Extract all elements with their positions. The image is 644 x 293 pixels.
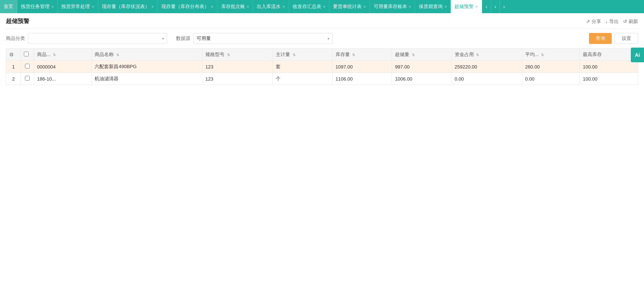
share-icon: ⇗ — [586, 19, 590, 24]
category-label: 商品分类 — [6, 35, 25, 42]
th-avg: 平均... ⇅ — [522, 49, 579, 61]
row-checkbox[interactable] — [25, 64, 30, 68]
close-icon[interactable]: × — [282, 4, 285, 9]
nav-label-flow: 出入库流水 — [257, 3, 281, 10]
th-spec-label: 规格型号 — [205, 52, 224, 57]
sort-icon[interactable]: ⇅ — [227, 53, 230, 57]
nav-item-batch[interactable]: 库存批次账 × — [217, 0, 253, 13]
nav-label-stock-dist: 现存量（库存分布表） — [161, 3, 209, 10]
nav-label-summary: 收发存汇总表 — [293, 3, 321, 10]
nav-label-task: 拣货任务管理 — [21, 3, 50, 10]
cell-check — [21, 73, 34, 85]
chevron-down-icon: ▾ — [162, 37, 164, 41]
cell-unit: 套 — [273, 61, 332, 73]
th-unit: 主计量 ⇅ — [273, 49, 332, 61]
cell-spec: 123 — [202, 73, 273, 85]
cell-product-code: 186-10... — [34, 73, 92, 85]
close-icon[interactable]: × — [475, 4, 477, 9]
close-icon[interactable]: × — [323, 4, 325, 9]
filter-actions: 查询 设置 — [589, 33, 638, 44]
cell-avg: 260.00 — [522, 61, 579, 73]
top-navigation: 首页 拣货任务管理 × 拣货异常处理 × 现存量（库存状况表） × 现存量（库存… — [0, 0, 644, 13]
nav-next-button[interactable]: › — [491, 0, 500, 13]
nav-prev-button[interactable]: ‹ — [482, 0, 491, 13]
datasource-label: 数据源 — [176, 35, 190, 42]
close-icon[interactable]: × — [211, 4, 213, 9]
cell-stock: 1106.00 — [332, 73, 392, 85]
cell-max-stock: 100.00 — [580, 73, 638, 85]
nav-item-stock-dist[interactable]: 现存量（库存分布表） × — [158, 0, 217, 13]
filter-area: 商品分类 ▾ 数据源 可用量 ▾ 查询 设置 — [6, 29, 638, 47]
close-icon[interactable]: × — [92, 4, 94, 9]
sort-icon[interactable]: ⇅ — [541, 53, 544, 57]
nav-item-exception[interactable]: 拣货异常处理 × — [58, 0, 98, 13]
cell-spec: 123 — [202, 61, 273, 73]
table-row: 2 186-10... 机油滤清器 123 个 1106.00 1006.00 … — [6, 73, 638, 85]
ai-button[interactable]: Ai — [631, 48, 644, 62]
th-settings: ⚙ — [6, 49, 21, 61]
close-icon[interactable]: × — [444, 4, 447, 9]
sort-icon[interactable]: ⇅ — [116, 53, 119, 57]
refresh-label: 刷新 — [629, 18, 638, 25]
table-header: ⚙ 商品... ⇅ 商品名称 ⇅ 规格型号 ⇅ 主计量 — [6, 49, 638, 61]
th-product-code: 商品... ⇅ — [34, 49, 92, 61]
close-icon[interactable]: × — [409, 4, 411, 9]
th-overstock: 超储量 ⇅ — [392, 49, 451, 61]
nav-more-button[interactable]: › — [500, 0, 508, 13]
nav-item-home[interactable]: 首页 — [0, 0, 17, 13]
category-select[interactable]: ▾ — [28, 33, 167, 44]
export-button[interactable]: ↓ 导出 — [605, 18, 619, 25]
nav-item-task[interactable]: 拣货任务管理 × — [17, 0, 58, 13]
th-capital: 资金占用 ⇅ — [451, 49, 522, 61]
query-button[interactable]: 查询 — [589, 33, 612, 44]
th-product-name-label: 商品名称 — [95, 52, 114, 57]
nav-item-expiry[interactable]: 保质期查询 × — [415, 0, 451, 13]
th-check — [21, 49, 34, 61]
nav-item-available[interactable]: 可用量库存账本 × — [370, 0, 415, 13]
sort-icon[interactable]: ⇅ — [352, 53, 355, 57]
settings-button[interactable]: 设置 — [615, 33, 638, 44]
cell-avg: 0.00 — [522, 73, 579, 85]
datasource-select[interactable]: 可用量 ▾ — [193, 33, 333, 44]
refresh-button[interactable]: ↺ 刷新 — [623, 18, 638, 25]
close-icon[interactable]: × — [247, 4, 249, 9]
cell-capital: 0.00 — [451, 73, 522, 85]
select-all-checkbox[interactable] — [24, 52, 29, 56]
cell-stock: 1097.00 — [332, 61, 392, 73]
export-icon: ↓ — [605, 19, 608, 24]
nav-item-overstock[interactable]: 超储预警 × — [451, 0, 482, 13]
header-actions: ⇗ 分享 ↓ 导出 ↺ 刷新 — [586, 18, 638, 25]
table-row: 1 0000004 六配套新昌490BPG 123 套 1097.00 997.… — [6, 61, 638, 73]
sort-icon[interactable]: ⇅ — [476, 53, 479, 57]
nav-label-order-stat: 要货单统计表 — [333, 3, 362, 10]
cell-max-stock: 100.00 — [580, 61, 638, 73]
sort-icon[interactable]: ⇅ — [53, 53, 56, 57]
sort-icon[interactable]: ⇅ — [293, 53, 296, 57]
cell-unit: 个 — [273, 73, 332, 85]
cell-index: 2 — [6, 73, 21, 85]
th-overstock-label: 超储量 — [395, 52, 409, 57]
cell-capital: 259220.00 — [451, 61, 522, 73]
nav-item-flow[interactable]: 出入库流水 × — [253, 0, 289, 13]
th-stock-label: 库存量 — [336, 52, 350, 57]
nav-label-batch: 库存批次账 — [221, 3, 245, 10]
th-max-stock: 最高库存 — [580, 49, 638, 61]
nav-label-home: 首页 — [4, 3, 13, 10]
row-checkbox[interactable] — [25, 76, 30, 81]
cell-index: 1 — [6, 61, 21, 73]
share-button[interactable]: ⇗ 分享 — [586, 18, 601, 25]
close-icon[interactable]: × — [151, 4, 154, 9]
sort-icon[interactable]: ⇅ — [412, 53, 415, 57]
nav-item-stock-status[interactable]: 现存量（库存状况表） × — [98, 0, 158, 13]
th-spec: 规格型号 ⇅ — [202, 49, 273, 61]
datasource-filter: 数据源 可用量 ▾ — [176, 33, 333, 44]
data-table: ⚙ 商品... ⇅ 商品名称 ⇅ 规格型号 ⇅ 主计量 — [6, 48, 638, 85]
nav-label-overstock: 超储预警 — [454, 3, 473, 10]
close-icon[interactable]: × — [363, 4, 366, 9]
nav-item-order-stat[interactable]: 要货单统计表 × — [329, 0, 370, 13]
nav-item-summary[interactable]: 收发存汇总表 × — [289, 0, 329, 13]
th-capital-label: 资金占用 — [455, 52, 474, 57]
close-icon[interactable]: × — [51, 4, 54, 9]
settings-icon[interactable]: ⚙ — [9, 52, 14, 58]
page-title: 超储预警 — [6, 18, 29, 25]
